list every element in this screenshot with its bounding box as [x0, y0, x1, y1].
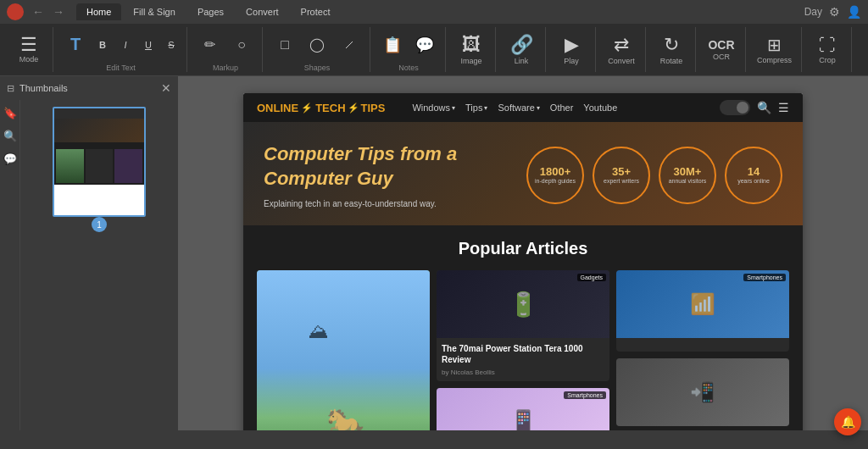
- ocr-label: OCR: [713, 53, 730, 61]
- toolbar: ← → Home Fill & Sign Pages Convert Prote…: [0, 0, 868, 76]
- hero-subtitle: Explaining tech in an easy-to-understand…: [264, 199, 506, 208]
- print-btn[interactable]: 🖨 Print: [859, 33, 868, 67]
- ribbon-group-mode: ☰ Mode: [5, 27, 53, 72]
- shape-markup-btn[interactable]: ○: [226, 35, 257, 55]
- image-btn[interactable]: 🖼 Image: [453, 31, 490, 68]
- underline-icon: U: [145, 40, 152, 50]
- crop-btn[interactable]: ⛶ Crop: [809, 33, 846, 67]
- stat-label-3: years online: [737, 178, 770, 185]
- user-icon[interactable]: 👤: [847, 5, 861, 19]
- thumbnail-panel: 1: [20, 100, 178, 430]
- forward-btn[interactable]: →: [53, 5, 64, 19]
- ribbon-group-notes: 📋 💬 Notes: [372, 27, 446, 72]
- ribbon-group-image: 🖼 Image: [448, 27, 496, 72]
- crop-icon: ⛶: [819, 36, 836, 55]
- fab-icon: 🔔: [841, 415, 855, 429]
- ocr-btn[interactable]: OCR OCR: [703, 36, 740, 64]
- nav-software[interactable]: Software ▾: [498, 103, 539, 113]
- ribbon-group-edit-text: T B I U S Edit Text: [55, 27, 187, 72]
- power-station-content: The 70mai Power Station Tera 1000 Review…: [437, 338, 609, 381]
- article-bottom2[interactable]: 📲: [616, 358, 789, 426]
- stat-circle-2: 30M+ annual visitors: [659, 147, 716, 204]
- settings-icon[interactable]: ⚙: [829, 5, 840, 19]
- chevron-tips-icon: ▾: [484, 104, 487, 112]
- article-power-station-img: Gadgets 🔋: [437, 270, 609, 338]
- nav-windows[interactable]: Windows ▾: [412, 103, 455, 113]
- edit-text-btn[interactable]: T: [60, 32, 91, 57]
- bottom1-tag: Smartphones: [743, 274, 786, 281]
- chevron-software-icon: ▾: [537, 104, 540, 112]
- article-bottom1[interactable]: Smartphones 📶: [616, 270, 789, 352]
- pen-btn[interactable]: ✏: [194, 34, 225, 55]
- ribbon-group-crop: ⛶ Crop: [804, 27, 852, 72]
- shapes-label: Shapes: [304, 64, 331, 72]
- ribbon-group-rotate: ↻ Rotate: [648, 27, 696, 72]
- tab-fill-sign[interactable]: Fill & Sign: [123, 3, 186, 20]
- article-hotspot[interactable]: Smartphones 📱 How to Find Mobile Hotspot…: [437, 388, 609, 430]
- ribbon-group-link: 🔗 Link: [498, 27, 546, 72]
- article-bottom1-img: Smartphones 📶: [616, 270, 789, 338]
- nav-search-icon[interactable]: 🔍: [757, 101, 771, 114]
- compress-btn[interactable]: ⊞ Compress: [753, 32, 796, 67]
- edit-text-label: Edit Text: [106, 64, 135, 72]
- tab-pages[interactable]: Pages: [187, 3, 234, 20]
- tab-protect[interactable]: Protect: [291, 3, 341, 20]
- stat-label-0: in-depth guides: [535, 178, 576, 185]
- nav-menu-icon[interactable]: ☰: [778, 101, 789, 114]
- stat-label-1: expert writers: [604, 178, 639, 185]
- fab-button[interactable]: 🔔: [834, 408, 861, 435]
- tab-home[interactable]: Home: [76, 3, 121, 20]
- note-btn[interactable]: 📋: [377, 33, 408, 57]
- mode-button[interactable]: ☰ Mode: [10, 33, 47, 66]
- hotspot-tag: Smartphones: [564, 391, 606, 399]
- power-station-title: The 70mai Power Station Tera 1000 Review: [442, 343, 604, 365]
- back-btn[interactable]: ←: [32, 5, 44, 19]
- link-btn[interactable]: 🔗 Link: [503, 31, 540, 68]
- italic-icon: I: [124, 40, 126, 50]
- rect-btn[interactable]: □: [270, 35, 300, 55]
- italic-btn[interactable]: I: [115, 37, 136, 53]
- logo-text: ONLINE: [257, 102, 298, 114]
- mode-icon: ☰: [20, 36, 37, 54]
- ribbon-group-convert: ⇄ Convert: [598, 27, 646, 72]
- search-sidebar-icon[interactable]: 🔍: [3, 130, 17, 142]
- compress-label: Compress: [757, 56, 792, 64]
- circle-btn[interactable]: ◯: [302, 34, 332, 55]
- underline-btn[interactable]: U: [138, 37, 159, 53]
- comment-icon: 💬: [415, 36, 434, 54]
- theme-toggle-ball: [737, 102, 748, 114]
- circle-icon: ◯: [309, 36, 325, 53]
- ribbon-group-shapes: □ ◯ ⟋ Shapes: [264, 27, 370, 72]
- play-btn[interactable]: ▶ Play: [553, 31, 590, 68]
- page-number-badge: 1: [92, 217, 107, 232]
- power-station-tag: Gadgets: [577, 274, 606, 281]
- comment-sidebar-icon[interactable]: 💬: [3, 152, 17, 165]
- rotate-btn[interactable]: ↻ Rotate: [653, 31, 690, 68]
- article-hotspot-img: Smartphones 📱: [437, 388, 609, 430]
- convert-btn[interactable]: ⇄ Convert: [603, 31, 640, 68]
- sidebar-close-btn[interactable]: ✕: [161, 81, 171, 95]
- nav-tips[interactable]: Tips ▾: [465, 103, 487, 113]
- stat-circle-0: 1800+ in-depth guides: [526, 147, 584, 204]
- stat-num-3: 14: [748, 165, 760, 178]
- bookmark-icon[interactable]: 🔖: [3, 107, 17, 119]
- comment-btn[interactable]: 💬: [409, 33, 440, 57]
- nav-other[interactable]: Other: [550, 103, 574, 113]
- article-bottom2-img: 📲: [616, 358, 789, 426]
- theme-toggle[interactable]: [720, 100, 750, 115]
- strikethrough-btn[interactable]: S: [161, 37, 181, 53]
- smartphone-icon: 📲: [690, 380, 715, 404]
- article-bike[interactable]: Gadgets 🐎 🚲 ⛰: [257, 270, 430, 430]
- logo-separator: ⚡: [301, 103, 313, 114]
- bold-btn[interactable]: B: [92, 37, 113, 53]
- line-btn[interactable]: ⟋: [334, 35, 364, 55]
- tab-convert[interactable]: Convert: [236, 3, 289, 20]
- notes-label: Notes: [398, 64, 419, 72]
- nav-youtube[interactable]: Youtube: [583, 103, 617, 113]
- nav-links: Windows ▾ Tips ▾ Software ▾ Other: [412, 103, 617, 113]
- phone-icon: 📱: [509, 408, 538, 430]
- popular-title: Popular Articles: [257, 239, 789, 258]
- sidebar-title: Thumbnails: [19, 83, 68, 93]
- article-power-station[interactable]: Gadgets 🔋 The 70mai Power Station Tera 1…: [437, 270, 609, 381]
- thumbnail-page-1[interactable]: 1: [53, 107, 146, 217]
